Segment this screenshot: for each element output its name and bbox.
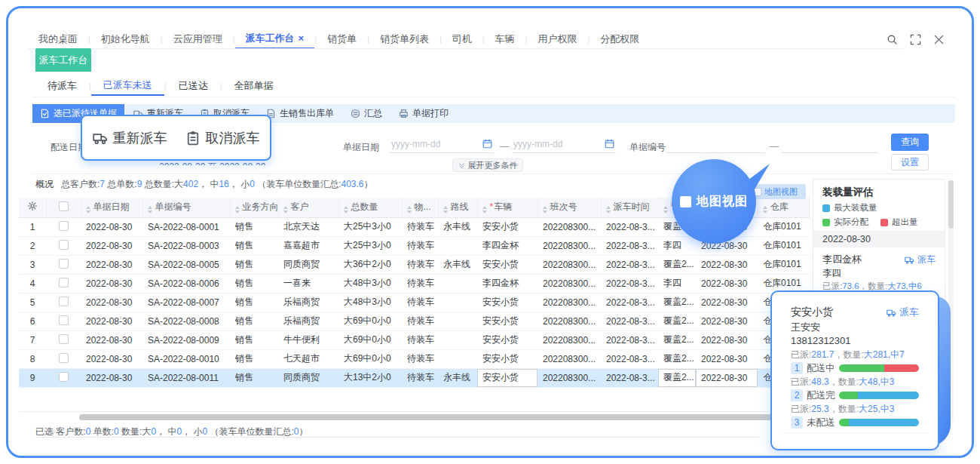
col-header-dispatch_time[interactable]: 派车时间 [601, 198, 658, 217]
row-checkbox-cell [46, 274, 81, 293]
fullscreen-icon[interactable] [910, 34, 921, 45]
close-icon[interactable] [933, 34, 945, 45]
doc-no-to-input[interactable] [782, 135, 878, 152]
cell-driver: 覆盖2... [658, 255, 696, 274]
calendar-icon[interactable] [605, 139, 614, 149]
nav-tab-5[interactable]: 销货单列表 [369, 29, 439, 49]
sub-tab-0[interactable]: 待派车 [35, 76, 89, 96]
legend-item: 实际分配 [822, 217, 868, 228]
nav-tab-2[interactable]: 云应用管理 [163, 29, 233, 49]
expand-more-label: 展开更多条件 [468, 160, 518, 171]
sub-tab-1[interactable]: 已派车未送 [91, 76, 164, 96]
calendar-icon[interactable] [482, 139, 492, 149]
row-checkbox[interactable] [59, 240, 69, 250]
cell-date: 2022-08-30 [81, 293, 142, 312]
col-header-route[interactable]: 路线 [438, 198, 477, 217]
expand-more-conditions[interactable]: 展开更多条件 [452, 158, 523, 172]
row-checkbox[interactable] [59, 334, 69, 344]
select-all-checkbox[interactable] [59, 201, 69, 211]
table-row[interactable]: 42022-08-30SA-2022-08-0006销售一喜来大48中3小0待装… [19, 274, 809, 293]
doc-date-from-input[interactable] [390, 135, 494, 152]
col-header-vehicle[interactable]: *车辆 [477, 198, 537, 217]
col-header-warehouse[interactable]: 仓库 [758, 198, 809, 217]
cell-driver: 李四 [658, 274, 696, 293]
cell-warehouse: 仓库0101 [758, 236, 809, 255]
doc-no-range-dash: — [770, 141, 779, 152]
close-tab-icon[interactable]: × [299, 32, 305, 44]
row-checkbox-cell [46, 330, 81, 349]
row-checkbox[interactable] [59, 297, 69, 306]
nav-tab-9[interactable]: 分配权限 [590, 29, 650, 49]
col-header-direction[interactable]: 业务方向 [230, 198, 278, 217]
dispatch-link[interactable]: 派车 [887, 306, 919, 319]
cell-shift_no: 202208300... [537, 312, 601, 330]
nav-tab-4[interactable]: 销货单 [317, 29, 367, 49]
table-row[interactable]: 72022-08-30SA-2022-08-0009销售牛牛便利大69中0小0待… [19, 330, 809, 349]
page-tab-badge[interactable]: 派车工作台 [35, 48, 91, 72]
row-checkbox[interactable] [59, 278, 69, 287]
sub-tab-3[interactable]: 全部单据 [222, 76, 286, 96]
delivery-status-label: 未配送 [807, 416, 835, 429]
row-checkbox[interactable] [59, 259, 69, 269]
toolbar-button-print-doc[interactable]: 单据打印 [391, 104, 456, 123]
vehicle-name: 李四金杯 [822, 253, 862, 266]
doc-no-to-field [782, 135, 878, 153]
table-row[interactable]: 32022-08-30SA-2022-08-0005销售同质商贸大36中2小0待… [19, 255, 809, 274]
cell-dispatch_time: 2022-08-3... [601, 255, 658, 274]
nav-tab-8[interactable]: 用户权限 [527, 29, 587, 49]
map-view-checkbox-zoomed[interactable] [680, 196, 691, 207]
panel-date: 2022-08-30 [813, 231, 945, 247]
bar-segment-red [884, 364, 919, 372]
col-header-customer[interactable]: 客户 [278, 198, 338, 217]
horizontal-scrollbar[interactable] [79, 414, 783, 420]
doc-date-to-input[interactable] [512, 135, 616, 152]
delivery-bar-row: 3未配送 [791, 416, 919, 429]
col-header-label: 单据日期 [93, 201, 130, 212]
search-icon[interactable] [887, 34, 898, 45]
nav-tab-3[interactable]: 派车工作台× [235, 29, 315, 49]
table-row[interactable]: 92022-08-30SA-2022-08-0011销售同质商贸大13中2小0待… [19, 368, 809, 387]
app-window: 我的桌面|初始化导航|云应用管理|派车工作台×|销货单|销货单列表|司机|车辆|… [6, 6, 974, 458]
table-row[interactable]: 62022-08-30SA-2022-08-0008销售乐福商贸大69中0小0待… [19, 312, 809, 330]
row-checkbox[interactable] [59, 353, 69, 363]
doc-no-from-input[interactable] [666, 135, 765, 152]
callout-item-redispatch-zoomed[interactable]: 重新派车 [93, 129, 167, 147]
callout-item-cancel-dispatch-zoomed[interactable]: 取消派车 [185, 129, 260, 147]
row-checkbox[interactable] [59, 221, 69, 231]
col-header-qty[interactable]: 总数量 [338, 198, 402, 217]
cell-delivery_date: 2022-08-30 [696, 368, 758, 387]
map-view-magnifier-bubble[interactable]: 地图视图 [672, 159, 756, 244]
nav-tab-1[interactable]: 初始化导航 [90, 29, 161, 49]
col-header-date[interactable]: 单据日期 [81, 198, 142, 217]
col-header-order_no[interactable]: 单据编号 [142, 198, 230, 217]
scrollbar-thumb[interactable] [948, 180, 954, 229]
toolbar-button-summarize[interactable]: 汇总 [343, 104, 390, 123]
cell-vehicle: 安安小货 [477, 217, 537, 236]
vehicle-name: 安安小货 [791, 306, 833, 319]
toolbar-button-label: 生销售出库单 [280, 107, 334, 120]
nav-tab-0[interactable]: 我的桌面 [28, 29, 88, 49]
col-header-shift_no[interactable]: 班次号 [537, 198, 601, 217]
row-checkbox-cell [46, 368, 81, 387]
row-index-cell: 3 [19, 255, 46, 274]
table-row[interactable]: 82022-08-30SA-2022-08-0010销售七天超市大69中0小0待… [19, 349, 809, 368]
vehicle-entry-header: 李四金杯派车 [822, 252, 936, 267]
nav-tab-7[interactable]: 车辆 [485, 29, 525, 49]
nav-tab-6[interactable]: 司机 [442, 29, 482, 49]
row-checkbox[interactable] [59, 372, 69, 382]
dispatch-link[interactable]: 派车 [905, 254, 936, 266]
table-row[interactable]: 52022-08-30SA-2022-08-0007销售乐福商贸大48中3小0待… [19, 293, 809, 312]
settings-button[interactable]: 设置 [891, 154, 929, 171]
sub-tab-2[interactable]: 已送达 [167, 76, 220, 96]
table-row[interactable]: 22022-08-30SA-2022-08-0003销售嘉嘉超市大25中3小0待… [19, 236, 809, 255]
row-checkbox[interactable] [59, 315, 69, 325]
cell-status: 待装车 [402, 330, 438, 349]
search-button[interactable]: 查询 [891, 134, 929, 151]
col-header-status[interactable]: 物... [402, 198, 438, 217]
cell-qty: 大69中0小0 [338, 312, 402, 330]
map-view-toggle[interactable]: 地图视图 [749, 184, 806, 199]
cell-route [438, 293, 477, 312]
cell-delivery_date: 2022-08-30 [696, 349, 758, 368]
nav-tab-label: 销货单列表 [380, 32, 429, 46]
bar-index-badge: 1 [791, 362, 803, 374]
